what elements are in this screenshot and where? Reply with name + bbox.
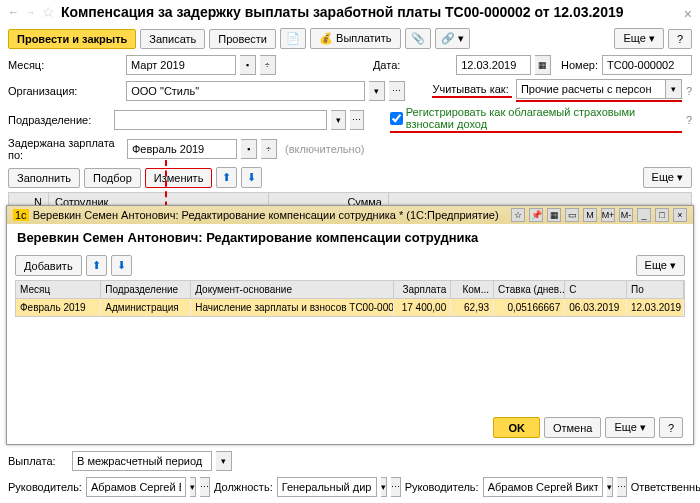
dlg-up-button[interactable]: ⬆	[86, 255, 107, 276]
mgr2-label: Руководитель:	[405, 481, 479, 493]
num-label: Номер:	[561, 59, 598, 71]
reg-label: Регистрировать как облагаемый страховыми…	[406, 106, 682, 130]
link-button[interactable]: 🔗 ▾	[435, 28, 470, 49]
close-icon[interactable]: ×	[684, 6, 692, 22]
dlg-m4[interactable]: M+	[601, 208, 615, 222]
attach-button[interactable]: 📎	[405, 28, 431, 49]
org-dd-icon[interactable]: ▾	[369, 81, 385, 101]
dept-open-icon[interactable]: ⋯	[350, 110, 364, 130]
dlg-m1[interactable]: ▦	[547, 208, 561, 222]
dlg-m5[interactable]: M-	[619, 208, 633, 222]
reg-help-icon[interactable]: ?	[686, 114, 692, 126]
dlg-pin-icon[interactable]: 📌	[529, 208, 543, 222]
resp-label: Ответственный:	[631, 481, 700, 493]
pos-label: Должность:	[214, 481, 273, 493]
dialog-title: Веревкин Семен Антонович: Редактирование…	[7, 224, 693, 251]
org-open-icon[interactable]: ⋯	[389, 81, 405, 101]
fwd-icon[interactable]: →	[25, 6, 36, 18]
delayed-input[interactable]	[127, 139, 237, 159]
pay-dd-icon[interactable]: ▾	[216, 451, 232, 471]
mgr-dd-icon[interactable]: ▾	[190, 477, 196, 497]
dept-label: Подразделение:	[8, 114, 110, 126]
mgr2-input[interactable]	[483, 477, 603, 497]
month-spin[interactable]: ÷	[260, 55, 276, 75]
fill-button[interactable]: Заполнить	[8, 168, 80, 188]
app-icon: 1c	[13, 209, 29, 221]
org-label: Организация:	[8, 85, 122, 97]
pay-input[interactable]	[72, 451, 212, 471]
dept-dd-icon[interactable]: ▾	[331, 110, 345, 130]
star-icon[interactable]: ☆	[42, 4, 55, 20]
back-icon[interactable]: ←	[8, 6, 19, 18]
acct-help-icon[interactable]: ?	[686, 85, 692, 97]
ok-button[interactable]: OK	[493, 417, 540, 438]
dlg-m2[interactable]: ▭	[565, 208, 579, 222]
mgr-label: Руководитель:	[8, 481, 82, 493]
pos-input[interactable]	[277, 477, 377, 497]
cancel-button[interactable]: Отмена	[544, 417, 601, 438]
reg-checkbox[interactable]	[390, 112, 403, 125]
pay-label: Выплата:	[8, 455, 68, 467]
edit-dialog: 1c Веревкин Семен Антонович: Редактирова…	[6, 205, 694, 445]
acct-dd-icon[interactable]: ▾	[666, 79, 682, 99]
post-close-button[interactable]: Провести и закрыть	[8, 29, 136, 49]
dlg-fav-icon[interactable]: ☆	[511, 208, 525, 222]
change-button[interactable]: Изменить	[145, 168, 213, 188]
delayed-clear[interactable]: ▪	[241, 139, 257, 159]
date-input[interactable]	[456, 55, 531, 75]
help-button[interactable]: ?	[668, 29, 692, 49]
save-button[interactable]: Записать	[140, 29, 205, 49]
delayed-label: Задержана зарплата по:	[8, 137, 123, 161]
dlg-close-icon[interactable]: ×	[673, 208, 687, 222]
tbl-more-button[interactable]: Еще ▾	[643, 167, 692, 188]
dlg-down-button[interactable]: ⬇	[111, 255, 132, 276]
delayed-hint: (включительно)	[285, 143, 364, 155]
post-button[interactable]: Провести	[209, 29, 276, 49]
month-clear[interactable]: ▪	[240, 55, 256, 75]
pay-button[interactable]: 💰 Выплатить	[310, 28, 401, 49]
dlg-min-icon[interactable]: _	[637, 208, 651, 222]
num-input[interactable]	[602, 55, 692, 75]
page-title: Компенсация за задержку выплаты заработн…	[61, 4, 624, 20]
org-input[interactable]	[126, 81, 364, 101]
dlg-max-icon[interactable]: □	[655, 208, 669, 222]
date-cal-icon[interactable]: ▦	[535, 55, 551, 75]
dlg-more-button[interactable]: Еще ▾	[636, 255, 685, 276]
up-button[interactable]: ⬆	[216, 167, 237, 188]
dlg-m3[interactable]: M	[583, 208, 597, 222]
add-button[interactable]: Добавить	[15, 255, 82, 276]
date-label: Дата:	[373, 59, 452, 71]
dlg-more2-button[interactable]: Еще ▾	[605, 417, 654, 438]
down-button[interactable]: ⬇	[241, 167, 262, 188]
dialog-table: Месяц Подразделение Документ-основание З…	[15, 280, 685, 317]
dlg-help-button[interactable]: ?	[659, 417, 683, 438]
dept-input[interactable]	[114, 110, 328, 130]
dialog-bar-title: Веревкин Семен Антонович: Редактирование…	[33, 209, 499, 221]
pick-button[interactable]: Подбор	[84, 168, 141, 188]
dialog-table-row[interactable]: Февраль 2019 Администрация Начисление за…	[16, 299, 684, 316]
month-input[interactable]	[126, 55, 236, 75]
month-label: Месяц:	[8, 59, 122, 71]
acct-input[interactable]	[516, 79, 666, 99]
delayed-spin[interactable]: ÷	[261, 139, 277, 159]
print-button[interactable]: 📄	[280, 28, 306, 49]
mgr-input[interactable]	[86, 477, 186, 497]
more-button[interactable]: Еще ▾	[614, 28, 663, 49]
acct-label: Учитывать как:	[432, 83, 511, 98]
